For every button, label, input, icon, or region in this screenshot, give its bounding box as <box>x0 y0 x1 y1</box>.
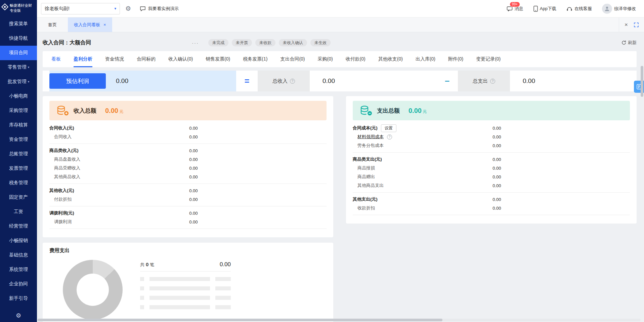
tab-sales-invoice[interactable]: 销售发票(0) <box>206 51 230 67</box>
tab-income-confirm[interactable]: 收入确认(0) <box>168 51 193 67</box>
row-value: 0.00 <box>177 166 198 171</box>
cards-row: 收入总额 0.00元 合同收入(元)0.00 合同收入0.00 商品类收入(元)… <box>43 96 637 322</box>
settings-button[interactable]: 设置 <box>381 124 396 132</box>
estimated-profit-button[interactable]: 预估利润 <box>49 73 106 89</box>
horizontal-scrollbar[interactable] <box>38 319 442 321</box>
phone-icon <box>533 6 538 12</box>
topbar: 徐老板勾副! ▾ ⚙ 我要看实例演示 99+ 消息 App下载 <box>37 0 644 17</box>
sidebar-item-funds[interactable]: 资金管理 <box>0 132 37 147</box>
expense-row: 商品类支出(元)0.00 <box>353 155 630 164</box>
fee-summary-line: 共0笔 0.00 <box>140 261 231 272</box>
tab-payments[interactable]: 收付款(0) <box>346 51 366 67</box>
tab-tax-invoice[interactable]: 税务发票(1) <box>243 51 267 67</box>
fee-count-value: 0 <box>146 261 148 267</box>
total-expense-value-area: 0.00 <box>510 77 637 85</box>
tab-close-icon[interactable]: × <box>103 22 106 27</box>
help-icon[interactable]: ? <box>290 79 295 84</box>
sidebar-item-invoice[interactable]: 发票管理 <box>0 161 37 176</box>
sidebar-item-tax[interactable]: 税务管理 <box>0 176 37 190</box>
sidebar-item-ledger[interactable]: 总账管理 <box>0 147 37 161</box>
sidebar-item-ecommerce[interactable]: 小畅电商 <box>0 89 37 104</box>
row-value: 0.00 <box>177 157 198 162</box>
sidebar-item-retail[interactable]: 零售管理▾ <box>0 60 37 75</box>
vertical-scrollbar[interactable] <box>641 66 643 97</box>
expense-row: 劳务分包成本0.00 <box>353 141 630 150</box>
demo-link[interactable]: 我要看实例演示 <box>140 6 179 12</box>
status-badge: 未收款 <box>255 39 275 46</box>
sidebar-item-payroll[interactable]: 工资 <box>0 205 37 219</box>
sidebar-item-fixed-assets[interactable]: 固定资产 <box>0 190 37 205</box>
tab-expense-contract[interactable]: 支出合同(0) <box>280 51 305 67</box>
total-income-value-area: 0.00 <box>310 77 436 85</box>
online-service-button[interactable]: 在线客服 <box>566 6 592 12</box>
sidebar-item-label: 搜索菜单 <box>9 21 28 27</box>
sidebar-item-system[interactable]: 系统管理 <box>0 263 37 277</box>
tab-stock-inout[interactable]: 出入库(0) <box>416 51 435 67</box>
fullscreen-icon[interactable] <box>634 23 639 27</box>
sidebar-item-beginner-guide[interactable]: 新手引导 <box>0 291 37 306</box>
tab-label: 收付款(0) <box>346 56 366 62</box>
app-download-button[interactable]: App下载 <box>533 6 556 12</box>
expense-total-card: 支出总额 0.00元 合同成本(元) 设置 0.00 材料领用成本? 0.00 <box>346 96 637 224</box>
row-label: 其他商品支出 <box>357 183 384 189</box>
profit-summary-bar: 预估利润 0.00 = 总收入 ? 0.00 − 总支出 ? 0.00 <box>43 71 637 91</box>
tab-purchase[interactable]: 采购(0) <box>318 51 333 67</box>
row-label: 其他商品收入 <box>54 174 80 180</box>
sidebar-item-quick-nav[interactable]: 快捷导航 <box>0 31 37 46</box>
sidebar-item-search-menu[interactable]: 搜索菜单 <box>0 17 37 31</box>
brand-diamond-icon <box>1 3 8 10</box>
expense-rows: 合同成本(元) 设置 0.00 材料领用成本? 0.00 劳务分包成本0.00 … <box>353 124 630 215</box>
row-value: 0.00 <box>177 126 198 131</box>
sidebar-item-base-info[interactable]: 基础信息 <box>0 248 37 263</box>
brand-name: 畅捷通好业财 <box>10 3 32 7</box>
tab-label: 销售发票(0) <box>206 56 230 62</box>
sidebar-item-inventory[interactable]: 库存核算 <box>0 118 37 132</box>
tab-label: 收入确认(0) <box>168 56 193 62</box>
fee-count-suffix: 笔 <box>150 262 154 267</box>
sidebar-item-reimburse[interactable]: 小畅报销 <box>0 234 37 248</box>
row-value: 0.00 <box>177 174 198 179</box>
sidebar-item-wholesale[interactable]: 批发管理▾ <box>0 75 37 89</box>
tab-change-log[interactable]: 变更记录(0) <box>476 51 501 67</box>
expense-row: 其他商品支出0.00 <box>353 181 630 190</box>
tab-label: 合同标的 <box>137 56 156 62</box>
fee-card-body: 共0笔 0.00 <box>49 260 327 320</box>
close-all-icon[interactable]: × <box>625 22 628 28</box>
tab-attachments[interactable]: 附件(0) <box>448 51 463 67</box>
coins-minus-icon <box>359 105 372 116</box>
settings-gear-icon[interactable]: ⚙ <box>125 5 131 12</box>
sidebar-item-label: 新手引导 <box>9 295 28 301</box>
sidebar-gear-icon[interactable]: ⚙ <box>0 312 37 319</box>
company-select[interactable]: 徐老板勾副! ▾ <box>41 3 120 14</box>
sidebar-item-purchase[interactable]: 采购管理 <box>0 104 37 118</box>
help-icon[interactable]: ? <box>387 134 392 139</box>
sidebar-item-label: 批发管理 <box>8 79 27 85</box>
total-expense-value: 0.00 <box>523 77 535 85</box>
tab-home[interactable]: 首页 <box>37 17 68 32</box>
help-icon[interactable]: ? <box>490 79 495 84</box>
tab-profit-analysis[interactable]: 盈利分析 <box>74 51 92 67</box>
income-row: 其他收入(元)0.00 <box>49 186 327 195</box>
more-actions-icon[interactable]: ··· <box>192 40 199 46</box>
user-menu[interactable]: 徐泽华修改 <box>602 4 636 14</box>
sidebar-item-collaboration[interactable]: 企业协同 <box>0 277 37 291</box>
sidebar-item-management[interactable]: 经营管理 <box>0 219 37 234</box>
messages-button[interactable]: 99+ 消息 <box>507 6 523 12</box>
sidebar-nav: 搜索菜单 快捷导航 项目合同 零售管理▾ 批发管理▾ 小畅电商 采购管理 库存核… <box>0 17 37 306</box>
tab-board[interactable]: 看板 <box>51 51 61 67</box>
tab-contract-subject[interactable]: 合同标的 <box>137 51 156 67</box>
row-value: 0.00 <box>480 166 501 171</box>
material-cost-link[interactable]: 材料领用成本 <box>357 134 384 140</box>
income-card-title: 收入总额 <box>74 107 96 115</box>
refresh-button[interactable]: 刷新 <box>621 40 637 46</box>
tab-income-contract-board[interactable]: 收入合同看板 × <box>68 17 112 32</box>
row-label: 商品受赠收入 <box>54 165 80 171</box>
coins-plus-icon <box>56 105 69 116</box>
tab-label: 附件(0) <box>448 56 463 62</box>
sidebar-item-project-contract[interactable]: 项目合同 <box>0 46 37 60</box>
tab-funds-status[interactable]: 资金情况 <box>105 51 124 67</box>
income-amount-value: 0.00 <box>105 107 118 114</box>
sidebar-item-label: 快捷导航 <box>9 35 28 41</box>
row-value: 0.00 <box>177 219 198 225</box>
tab-other-inout[interactable]: 其他收支(0) <box>378 51 403 67</box>
